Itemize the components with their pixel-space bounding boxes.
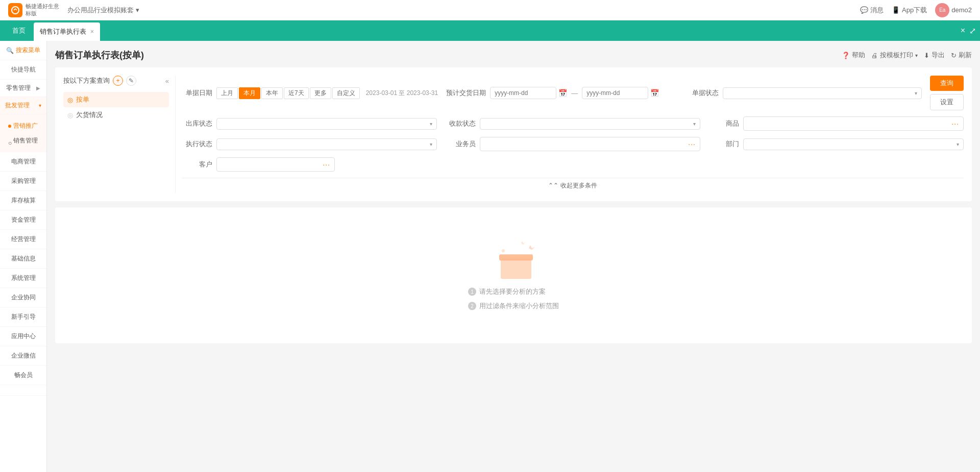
page-actions: ❓ 帮助 🖨 按模板打印 ▾ ⬇ 导出 ↻ 刷新 bbox=[842, 51, 972, 60]
sidebar-app-center[interactable]: 畅会员 bbox=[0, 366, 46, 385]
refresh-btn[interactable]: ↻ 刷新 bbox=[951, 51, 972, 60]
query-btn[interactable]: 查询 bbox=[930, 76, 964, 91]
tab-expand-icon[interactable]: ⤢ bbox=[969, 26, 976, 36]
customer-more-btn[interactable]: ··· bbox=[323, 160, 330, 169]
page-title: 销售订单执行表(按单) bbox=[55, 49, 144, 61]
empty-hint-1: 1 请先选择要分析的方案 bbox=[468, 287, 546, 296]
date-range-display: 2023-03-01 至 2023-03-31 bbox=[366, 89, 438, 98]
filter-row-customer: 客户 ··· bbox=[182, 157, 964, 172]
app-dropdown[interactable]: 办公用品行业模拟账套 ▾ bbox=[63, 4, 143, 17]
sidebar-operations[interactable]: 系统管理 bbox=[0, 269, 46, 288]
doc-status-select[interactable]: ▾ bbox=[723, 87, 922, 99]
receipt-status-label: 收款状态 bbox=[445, 119, 476, 128]
logo-icon bbox=[8, 3, 22, 17]
exec-status-group: 执行状态 ▾ bbox=[182, 138, 437, 150]
sidebar-beginner[interactable]: 企业微信 bbox=[0, 346, 46, 366]
sidebar-sales[interactable]: 采购管理 bbox=[0, 172, 46, 191]
collapse-conditions-btn[interactable]: ⌃⌃ 收起更多条件 bbox=[182, 178, 964, 193]
receipt-status-select[interactable]: ▾ bbox=[480, 118, 700, 130]
sidebar-enterprise-wechat[interactable] bbox=[0, 385, 46, 396]
tab-home-label: 首页 bbox=[12, 26, 26, 35]
customer-group: 客户 ··· bbox=[182, 157, 335, 172]
collapse-icon: ⌃⌃ bbox=[548, 182, 558, 189]
user-avatar[interactable]: Ea demo2 bbox=[935, 3, 972, 17]
tab-home[interactable]: 首页 bbox=[4, 20, 34, 41]
collab-label: 应用中心 bbox=[11, 332, 36, 341]
tab-active[interactable]: 销售订单执行表 × bbox=[34, 22, 100, 41]
sidebar-search[interactable]: 🔍 搜索菜单 bbox=[0, 41, 46, 60]
retail-label: 零售管理 bbox=[6, 84, 31, 92]
out-status-select[interactable]: ▾ bbox=[216, 118, 437, 130]
sidebar-basic[interactable]: 企业协同 bbox=[0, 288, 46, 308]
page-header: 销售订单执行表(按单) ❓ 帮助 🖨 按模板打印 ▾ ⬇ 导出 ↻ 刷新 bbox=[55, 49, 972, 61]
print-arrow-icon: ▾ bbox=[915, 53, 918, 58]
quick-nav-label: 快捷导航 bbox=[11, 65, 36, 74]
dept-select[interactable]: ▾ bbox=[743, 138, 964, 150]
retail-arrow-icon: ▶ bbox=[36, 85, 40, 91]
sidebar-system[interactable]: 新手引导 bbox=[0, 308, 46, 327]
date-btn-7days[interactable]: 近7天 bbox=[284, 87, 309, 99]
sidebar-collab[interactable]: 应用中心 bbox=[0, 327, 46, 346]
system-label: 新手引导 bbox=[11, 313, 36, 321]
date-btn-more[interactable]: 更多 bbox=[310, 87, 331, 99]
export-icon: ⬇ bbox=[924, 52, 929, 59]
help-btn[interactable]: ❓ 帮助 bbox=[842, 51, 865, 60]
sales-label: 采购管理 bbox=[11, 177, 36, 185]
date-from-input[interactable] bbox=[490, 87, 556, 99]
sidebar-marketing[interactable]: 电商管理 bbox=[0, 152, 46, 172]
scheme-item-order[interactable]: ◎ 按单 bbox=[63, 92, 169, 107]
scheme-shortage-label: 欠货情况 bbox=[76, 110, 103, 120]
ops-label: 系统管理 bbox=[11, 274, 36, 282]
calendar-to-icon[interactable]: 📅 bbox=[650, 89, 659, 97]
exec-status-select[interactable]: ▾ bbox=[216, 138, 437, 150]
filter-row-date: 单据日期 上月 本月 本年 近7天 更多 自定义 2023-03-01 至 20… bbox=[182, 76, 964, 110]
date-to-input[interactable] bbox=[582, 87, 648, 99]
inventory-label: 销售管理 bbox=[13, 136, 38, 145]
add-scheme-btn[interactable]: + bbox=[113, 76, 123, 86]
sidebar-item-inventory[interactable]: ○ 销售管理 bbox=[0, 133, 46, 148]
tab-close-window-icon[interactable]: × bbox=[961, 26, 965, 35]
filter-layout: 按以下方案查询 + ✎ « ◎ 按单 ◎ 欠货情况 bbox=[63, 76, 964, 193]
svg-point-3 bbox=[502, 249, 505, 252]
edit-scheme-btn[interactable]: ✎ bbox=[126, 76, 136, 86]
marketing-label: 电商管理 bbox=[11, 157, 36, 166]
sidebar-ecom[interactable]: 库存核算 bbox=[0, 191, 46, 210]
date-btn-custom[interactable]: 自定义 bbox=[332, 87, 360, 99]
date-btn-this-month[interactable]: 本月 bbox=[239, 87, 260, 99]
tab-active-label: 销售订单执行表 bbox=[40, 27, 86, 36]
empty-hint-2: 2 用过滤条件来缩小分析范围 bbox=[468, 301, 559, 311]
top-bar-right: 💬 消息 📱 App下载 Ea demo2 bbox=[860, 3, 972, 17]
salesperson-more-btn[interactable]: ··· bbox=[688, 140, 696, 148]
sidebar-item-orders[interactable]: 营销推广 bbox=[0, 119, 46, 133]
refresh-icon: ↻ bbox=[951, 52, 957, 59]
orders-label: 营销推广 bbox=[13, 122, 38, 130]
template-print-btn[interactable]: 🖨 按模板打印 ▾ bbox=[871, 51, 918, 60]
scheme-item-shortage[interactable]: ◎ 欠货情况 bbox=[63, 107, 169, 123]
message-btn[interactable]: 💬 消息 bbox=[860, 6, 884, 15]
main-container: 🔍 搜索菜单 零售管理 快捷导航 零售管理 ▶ 批发管理 ▾ 营销推广 ○ 销售… bbox=[0, 41, 980, 472]
date-btn-last-month[interactable]: 上月 bbox=[216, 87, 238, 99]
date-btn-this-year[interactable]: 本年 bbox=[261, 87, 283, 99]
collapse-label: 收起更多条件 bbox=[560, 182, 597, 189]
app-download-btn[interactable]: 📱 App下载 bbox=[892, 6, 927, 15]
goods-more-btn[interactable]: ··· bbox=[951, 120, 959, 128]
avatar: Ea bbox=[935, 3, 949, 17]
date-separator: — bbox=[571, 89, 578, 97]
message-icon: 💬 bbox=[860, 6, 868, 14]
user-name: demo2 bbox=[951, 6, 972, 14]
ecom-label: 库存核算 bbox=[11, 196, 36, 205]
app-icon: 📱 bbox=[892, 6, 900, 14]
settings-btn[interactable]: 设置 bbox=[930, 94, 964, 110]
help-label: 帮助 bbox=[852, 51, 865, 60]
sidebar-purchase[interactable]: 资金管理 bbox=[0, 210, 46, 230]
sidebar-inventory[interactable]: 经营管理 bbox=[0, 230, 46, 249]
export-btn[interactable]: ⬇ 导出 bbox=[924, 51, 945, 60]
sidebar-retail[interactable]: 零售管理 ▶ bbox=[0, 80, 46, 97]
sidebar-wholesale[interactable]: 批发管理 ▾ bbox=[0, 97, 46, 114]
sidebar-quick-nav[interactable]: 零售管理 快捷导航 bbox=[0, 60, 46, 80]
tab-close-icon[interactable]: × bbox=[90, 28, 94, 35]
calendar-from-icon[interactable]: 📅 bbox=[558, 89, 567, 97]
sidebar-finance[interactable]: 基础信息 bbox=[0, 249, 46, 269]
empty-hint-1-text: 请先选择要分析的方案 bbox=[479, 287, 546, 296]
collapse-scheme-btn[interactable]: « bbox=[165, 77, 169, 85]
